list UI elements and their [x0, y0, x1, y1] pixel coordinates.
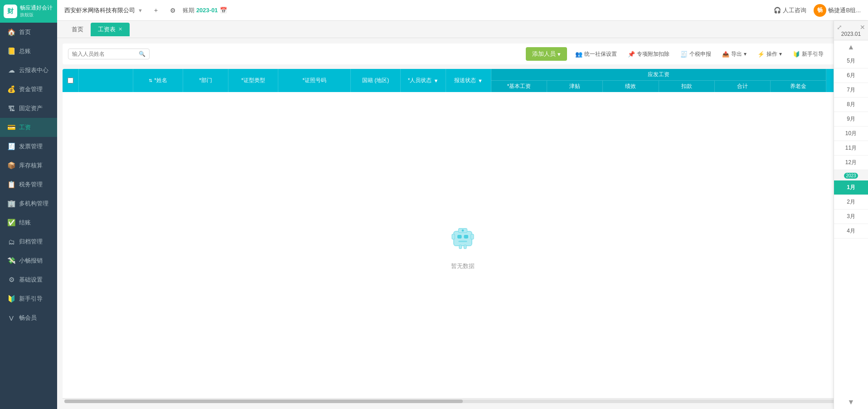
th-pension: 养老金	[771, 81, 826, 92]
company-name: 西安虾米网络科技有限公司	[64, 6, 135, 15]
th-idtype: *证型类型	[228, 69, 278, 92]
right-panel: ✕ ⤢ 2023.01 ▲ 5月 6月 7月 8月 9月 10月 11月 12月	[834, 21, 868, 409]
year-badge: 2023	[844, 173, 858, 179]
sidebar-item-label: 发票管理	[19, 142, 43, 151]
table-scrollbar[interactable]	[63, 398, 863, 404]
tab-close-icon[interactable]: ✕	[118, 26, 122, 32]
sidebar-item-ledger[interactable]: 📒 总账	[0, 42, 57, 61]
sidebar-item-label: 小畅报销	[19, 257, 43, 265]
th-country: 国籍 (地区)	[351, 69, 401, 92]
th-name[interactable]: ⇅ *姓名	[133, 69, 183, 92]
th-check[interactable]	[63, 69, 79, 92]
month-item-12[interactable]: 12月	[834, 156, 868, 170]
month-item-10[interactable]: 10月	[834, 127, 868, 141]
svg-rect-3	[458, 240, 467, 242]
sidebar-item-expense[interactable]: 💸 小畅报销	[0, 251, 57, 270]
svg-point-7	[461, 229, 464, 232]
archive-icon: 🗂	[7, 238, 15, 246]
add-company-button[interactable]: ＋	[150, 5, 162, 16]
table-header-row1: ⇅ *姓名 *部门 *证型类型 *证照号码 国籍 (地区) *人员状态 ▼	[63, 69, 863, 92]
th-dept: *部门	[183, 69, 228, 92]
settlement-icon: ✅	[7, 219, 15, 227]
user-avatar: 畅	[814, 4, 826, 17]
ai-service-button[interactable]: 🎧 人工咨询	[774, 6, 806, 15]
month-item-11[interactable]: 11月	[834, 141, 868, 156]
add-person-button[interactable]: 添加人员 ▾	[526, 47, 567, 61]
month-item-2[interactable]: 2月	[834, 195, 868, 209]
sidebar-item-settings[interactable]: ⚙ 基础设置	[0, 270, 57, 289]
right-panel-date-label: 2023.01	[841, 31, 861, 37]
month-item-5[interactable]: 5月	[834, 54, 868, 68]
main-area: 西安虾米网络科技有限公司 ▼ ＋ ⚙ 账期 2023-01 📅 🎧 人工咨询 畅…	[57, 0, 868, 409]
sidebar-item-cloud-report[interactable]: ☁ 云报表中心	[0, 61, 57, 80]
scrollbar-thumb[interactable]	[64, 399, 463, 403]
month-item-1[interactable]: 1月	[834, 180, 868, 195]
month-item-4[interactable]: 4月	[834, 224, 868, 239]
th-base-salary: *基本工资	[491, 81, 547, 92]
svg-rect-0	[454, 231, 472, 246]
toolbar-right: 添加人员 ▾ 👥 统一社保设置 📌 专项附加扣除 🧾 个税申报 📤	[526, 47, 857, 61]
right-panel-close-button[interactable]: ✕	[860, 24, 865, 31]
user-name: 畅捷通B组...	[828, 6, 861, 15]
headset-icon: 🎧	[774, 7, 781, 14]
special-deduction-button[interactable]: 📌 专项附加扣除	[625, 49, 672, 60]
sidebar-item-label: 云报表中心	[19, 66, 48, 74]
sidebar-item-label: 畅会员	[19, 314, 37, 322]
company-settings-button[interactable]: ⚙	[167, 5, 179, 16]
sidebar-item-salary[interactable]: 💳 工资	[0, 118, 57, 137]
export-button[interactable]: 📤 导出 ▾	[719, 49, 749, 60]
sidebar-item-settlement[interactable]: ✅ 结账	[0, 213, 57, 232]
app-logo[interactable]: 财 畅应通好会计 旗舰版	[0, 0, 57, 23]
calendar-icon[interactable]: 📅	[220, 7, 227, 14]
month-item-7[interactable]: 7月	[834, 83, 868, 97]
guide-button[interactable]: 🔰 新手引导	[790, 49, 826, 60]
sidebar-item-fund[interactable]: 💰 资金管理	[0, 80, 57, 99]
company-selector[interactable]: 西安虾米网络科技有限公司 ▼	[64, 6, 143, 15]
personal-tax-button[interactable]: 🧾 个税申报	[678, 49, 714, 60]
operations-button[interactable]: ⚡ 操作 ▾	[755, 49, 785, 60]
tax-icon: 📋	[7, 180, 15, 189]
year-divider: 2023	[834, 170, 868, 180]
sidebar-item-fixed-assets[interactable]: 🏗 固定资产	[0, 99, 57, 118]
search-wrap[interactable]: 🔍	[68, 49, 150, 59]
right-panel-expand-button[interactable]: ⤢	[837, 24, 842, 31]
guide-icon: 🔰	[7, 295, 15, 303]
tab-salary-table[interactable]: 工资表 ✕	[91, 23, 130, 36]
select-all-checkbox[interactable]	[68, 78, 73, 83]
month-item-6[interactable]: 6月	[834, 68, 868, 83]
sidebar-item-inventory[interactable]: 📦 库存核算	[0, 156, 57, 175]
nav-up-button[interactable]: ▲	[834, 40, 868, 54]
month-item-8[interactable]: 8月	[834, 97, 868, 112]
sidebar-item-label: 固定资产	[19, 104, 43, 112]
th-report[interactable]: 报送状态 ▼	[446, 69, 491, 92]
th-status[interactable]: *人员状态 ▼	[401, 69, 446, 92]
sidebar-item-member[interactable]: V 畅会员	[0, 308, 57, 327]
month-item-3[interactable]: 3月	[834, 209, 868, 224]
topbar: 西安虾米网络科技有限公司 ▼ ＋ ⚙ 账期 2023-01 📅 🎧 人工咨询 畅…	[57, 0, 868, 21]
th-deduction: 扣款	[659, 81, 715, 92]
guide-label: 新手引导	[802, 50, 824, 58]
tab-home[interactable]: 首页	[64, 23, 91, 36]
sidebar-item-invoice[interactable]: 🧾 发票管理	[0, 137, 57, 156]
ledger-icon: 📒	[7, 47, 15, 55]
filter-report-icon: ▼	[478, 78, 483, 83]
sidebar-item-archive[interactable]: 🗂 归档管理	[0, 232, 57, 251]
app-edition: 旗舰版	[20, 12, 53, 18]
export-arrow-icon: ▾	[744, 51, 747, 57]
th-salary-subs: *基本工资 津贴 绩效 扣款 合计	[491, 81, 826, 92]
company-dropdown-icon: ▼	[138, 8, 143, 13]
th-salary-group-label: 应发工资	[491, 69, 826, 81]
guide-toolbar-icon: 🔰	[793, 51, 800, 58]
scrollbar-track[interactable]	[64, 399, 861, 403]
nav-down-button[interactable]: ▼	[834, 395, 868, 409]
sidebar-item-guide[interactable]: 🔰 新手引导	[0, 289, 57, 308]
search-input[interactable]	[72, 51, 136, 57]
empty-icon	[445, 220, 481, 257]
month-item-9[interactable]: 9月	[834, 112, 868, 127]
sidebar-item-home[interactable]: 🏠 首页	[0, 23, 57, 42]
sidebar-item-multi-org[interactable]: 🏢 多机构管理	[0, 194, 57, 213]
sidebar-item-tax[interactable]: 📋 税务管理	[0, 175, 57, 194]
social-security-button[interactable]: 👥 统一社保设置	[572, 49, 620, 60]
sidebar-item-label: 多机构管理	[19, 200, 48, 208]
user-menu[interactable]: 畅 畅捷通B组...	[814, 4, 861, 17]
